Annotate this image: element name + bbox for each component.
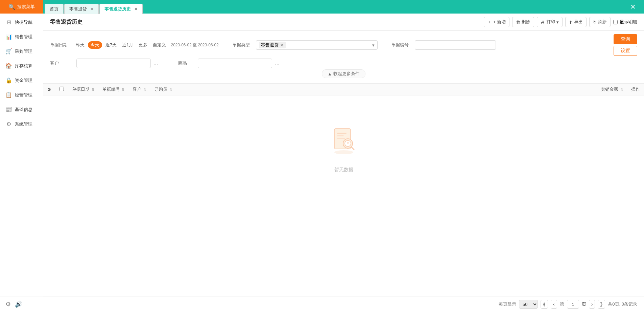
doc-type-label: 单据类型 [232,42,256,48]
product-dots-icon[interactable]: ... [275,60,279,66]
quick-nav-icon: ⊞ [5,19,12,25]
close-tab-retail-return-history[interactable]: ✕ [134,7,138,12]
page-last-button[interactable]: ⟫ [598,300,605,309]
volume-icon[interactable]: 🔊 [15,300,22,308]
page-first-button[interactable]: ⟪ [541,300,548,309]
sidebar-item-inventory[interactable]: 🏠 库存核算 [0,59,43,73]
doc-type-chevron-icon: ▾ [372,43,375,48]
sort-icon-customer: ⇅ [143,88,146,91]
search-menu-button[interactable]: 🔍 搜索菜单 [0,0,43,14]
doc-type-tag: 零售退货 ✕ [259,42,286,48]
refresh-icon: ↻ [593,20,597,25]
basic-info-icon: 📰 [5,106,12,113]
th-settings[interactable]: ⚙ [43,84,55,95]
date-quick-buttons: 昨天 今天 近7天 近1月 更多 自定义 [74,41,168,49]
search-icon: 🔍 [8,4,15,10]
date-range-display: 2023-06-02 至 2023-06-02 [171,42,218,48]
content-area: 零售退货历史 ＋ + 新增 🗑 删除 🖨 打印 ▾ ⬆ 导出 [43,14,644,312]
sales-icon: 📊 [5,34,12,40]
product-input[interactable] [198,59,272,68]
toolbar: ＋ + 新增 🗑 删除 🖨 打印 ▾ ⬆ 导出 ↻ [484,17,637,27]
close-app-button[interactable]: ✕ [627,1,639,12]
sidebar-item-quick-nav-label: 快捷导航 [15,19,32,25]
date-yesterday-btn[interactable]: 昨天 [74,41,87,49]
display-detail-checkbox[interactable] [613,20,618,24]
th-check[interactable] [55,84,68,95]
filter-row-1: 单据日期 昨天 今天 近7天 近1月 更多 自定义 2023-06-02 至 2… [50,34,637,56]
sidebar-item-quick-nav[interactable]: ⊞ 快捷导航 [0,15,43,29]
close-tab-retail-return[interactable]: ✕ [90,7,94,12]
page-size-label: 每页显示 [499,301,516,307]
delete-label: 删除 [522,19,530,25]
refresh-button[interactable]: ↻ 刷新 [589,17,611,27]
customer-input[interactable] [76,59,151,68]
svg-rect-2 [337,133,347,134]
page-number-input[interactable] [567,300,579,309]
sort-icon-guide: ⇅ [169,88,172,91]
export-button[interactable]: ⬆ 导出 [565,17,587,27]
date-last1month-btn[interactable]: 近1月 [120,41,135,49]
purchase-icon: 🛒 [5,48,12,54]
product-filter-cell: 商品 ... [178,59,279,68]
table-body: 暂无数据 [43,95,644,200]
date-more-btn[interactable]: 更多 [137,41,149,49]
print-icon: 🖨 [541,20,545,25]
sidebar-item-operations-mgmt-label: 经营管理 [15,92,32,98]
page-total-summary: 共0页, 0条记录 [608,301,637,307]
sidebar-item-purchase-mgmt[interactable]: 🛒 采购管理 [0,44,43,59]
th-doc-date-label: 单据日期 [72,87,90,92]
customer-filter-label: 客户 [50,60,74,66]
refresh-label: 刷新 [598,19,607,25]
sidebar-item-sales-mgmt[interactable]: 📊 销售管理 [0,29,43,44]
delete-button[interactable]: 🗑 删除 [512,17,534,27]
sidebar-item-operations-mgmt[interactable]: 📋 经营管理 [0,88,43,102]
query-button[interactable]: 查询 [614,34,637,44]
sidebar-item-basic-info[interactable]: 📰 基础信息 [0,102,43,117]
export-icon: ⬆ [569,20,573,25]
tab-retail-return-history[interactable]: 零售退货历史 ✕ [99,4,143,14]
doc-type-select[interactable]: 零售退货 ✕ ▾ [256,40,378,50]
new-icon: ＋ [487,19,492,25]
th-customer[interactable]: 客户 ⇅ [128,84,150,95]
th-guide[interactable]: 导购员 ⇅ [150,84,176,95]
date-today-btn[interactable]: 今天 [88,41,102,49]
tab-home-label: 首页 [50,6,58,12]
tab-home[interactable]: 首页 [45,4,64,14]
sidebar-item-system-mgmt[interactable]: ⚙ 系统管理 [0,117,43,131]
collapse-row: ▲ 收起更多条件 [50,68,637,80]
page-prev-button[interactable]: ‹ [551,300,557,309]
display-detail-toggle[interactable]: 显示明细 [613,19,637,25]
th-amount[interactable]: 实销金额 ⇅ [597,84,627,95]
customer-dots-icon[interactable]: ... [153,60,158,66]
top-bar-right: ✕ [627,1,644,12]
th-doc-number[interactable]: 单据编号 ⇅ [98,84,129,95]
th-doc-date[interactable]: 单据日期 ⇅ [68,84,98,95]
new-button[interactable]: ＋ + 新增 [484,17,509,27]
doc-type-remove[interactable]: ✕ [280,43,284,48]
settings-icon[interactable]: ⚙ [5,300,11,308]
print-button[interactable]: 🖨 打印 ▾ [537,17,563,27]
operations-icon: 📋 [5,92,12,98]
date-filter-label: 单据日期 [50,42,74,48]
page-next-button[interactable]: › [589,300,595,309]
sort-icon-doc-number: ⇅ [122,88,124,91]
sidebar-item-capital-mgmt[interactable]: 🔒 资金管理 [0,73,43,88]
filter-row-2: 客户 ... 商品 ... [50,59,637,68]
page-size-select[interactable]: 50 10 20 100 [519,300,538,309]
doc-number-input[interactable] [415,40,496,50]
sidebar-item-system-mgmt-label: 系统管理 [15,121,32,127]
page-title: 零售退货历史 [50,19,82,26]
th-customer-label: 客户 [133,87,141,92]
print-label: 打印 [546,19,555,25]
collapse-button[interactable]: ▲ 收起更多条件 [322,69,365,78]
filter-settings-button[interactable]: 设置 [614,46,637,56]
svg-point-8 [347,142,349,144]
select-all-checkbox[interactable] [59,87,64,91]
data-table: ⚙ 单据日期 ⇅ 单据编号 ⇅ 客户 ⇅ [43,83,644,200]
date-last7-btn[interactable]: 近7天 [103,41,119,49]
tab-retail-return[interactable]: 零售退货 ✕ [64,4,99,14]
date-custom-btn[interactable]: 自定义 [151,41,168,49]
sort-icon-doc-date: ⇅ [92,88,94,91]
sidebar-item-sales-mgmt-label: 销售管理 [15,34,32,40]
empty-icon [327,122,361,163]
